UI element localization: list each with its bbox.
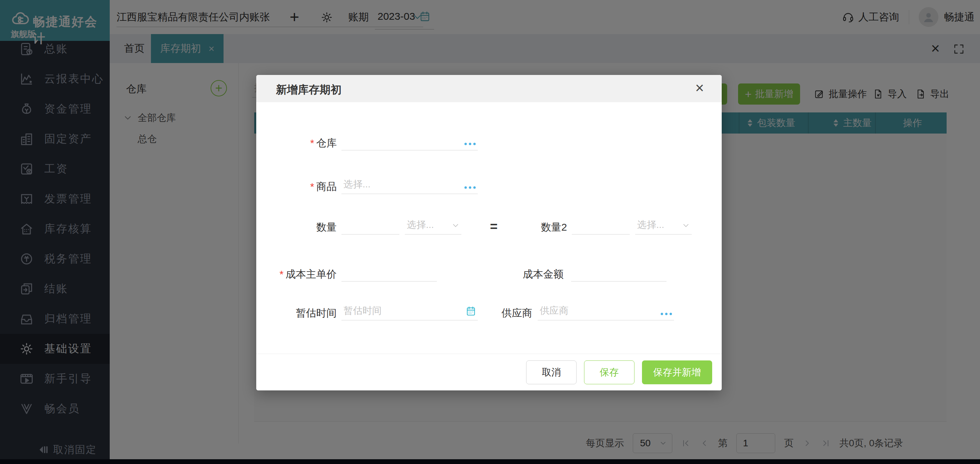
- qty-unit-placeholder: 选择...: [407, 218, 434, 231]
- est-time-placeholder: 暂估时间: [344, 304, 382, 317]
- save-and-new-button[interactable]: 保存并新增: [642, 361, 712, 384]
- warehouse-field-label: *仓库: [278, 136, 341, 151]
- qty-unit-select[interactable]: 选择...: [405, 218, 461, 235]
- qty2-field-label: 数量2: [528, 220, 572, 235]
- chevron-down-icon: [451, 221, 460, 230]
- field-row-product: *商品 选择...: [278, 176, 708, 194]
- required-asterisk: *: [310, 137, 314, 149]
- qty2-unit-select[interactable]: 选择...: [635, 218, 692, 235]
- modal-footer: 取消 保存 保存并新增: [256, 354, 722, 391]
- save-button[interactable]: 保存: [584, 361, 635, 384]
- supplier-input[interactable]: 供应商: [538, 304, 674, 321]
- qty-input[interactable]: [341, 218, 399, 235]
- cancel-button[interactable]: 取消: [526, 361, 577, 384]
- chevron-down-icon: [681, 221, 690, 230]
- field-row-estimate: 暂估时间 暂估时间 供应商 供应商: [278, 302, 708, 321]
- cost-amount-field-label: 成本金额: [437, 267, 571, 282]
- qty2-input[interactable]: [572, 218, 630, 235]
- cost-price-input[interactable]: [341, 265, 437, 282]
- product-placeholder: 选择...: [344, 178, 371, 191]
- modal-title: 新增库存期初: [276, 83, 341, 97]
- field-row-quantity: 数量 选择... = 数量2 选择...: [278, 216, 708, 235]
- equals-sign: =: [490, 219, 528, 234]
- warehouse-input[interactable]: [341, 133, 478, 151]
- ellipsis-picker-icon[interactable]: [465, 143, 476, 145]
- product-field-label: *商品: [278, 179, 341, 194]
- modal-close-icon[interactable]: ×: [695, 80, 704, 96]
- cost-amount-input[interactable]: [571, 265, 667, 282]
- field-row-cost: *成本主单价 成本金额: [278, 263, 708, 282]
- modal-header: 新增库存期初 ×: [256, 75, 722, 102]
- product-input[interactable]: 选择...: [341, 177, 478, 194]
- qty-field-label: 数量: [278, 220, 341, 235]
- est-time-input[interactable]: 暂估时间: [341, 304, 478, 321]
- ellipsis-picker-icon[interactable]: [465, 186, 476, 189]
- qty2-unit-placeholder: 选择...: [637, 218, 664, 231]
- required-asterisk: *: [279, 269, 283, 280]
- supplier-field-label: 供应商: [478, 305, 538, 321]
- calendar-icon[interactable]: [466, 305, 476, 316]
- field-row-warehouse: *仓库: [278, 132, 708, 151]
- supplier-placeholder: 供应商: [540, 304, 568, 317]
- modal-body: *仓库 *商品 选择... 数量 选择... = 数量2 选择: [256, 102, 722, 354]
- cost-price-field-label: *成本主单价: [278, 267, 341, 282]
- est-time-field-label: 暂估时间: [278, 305, 341, 321]
- required-asterisk: *: [310, 181, 314, 192]
- ellipsis-picker-icon[interactable]: [661, 313, 672, 315]
- add-inventory-opening-modal: 新增库存期初 × *仓库 *商品 选择... 数量 选择... =: [256, 75, 722, 391]
